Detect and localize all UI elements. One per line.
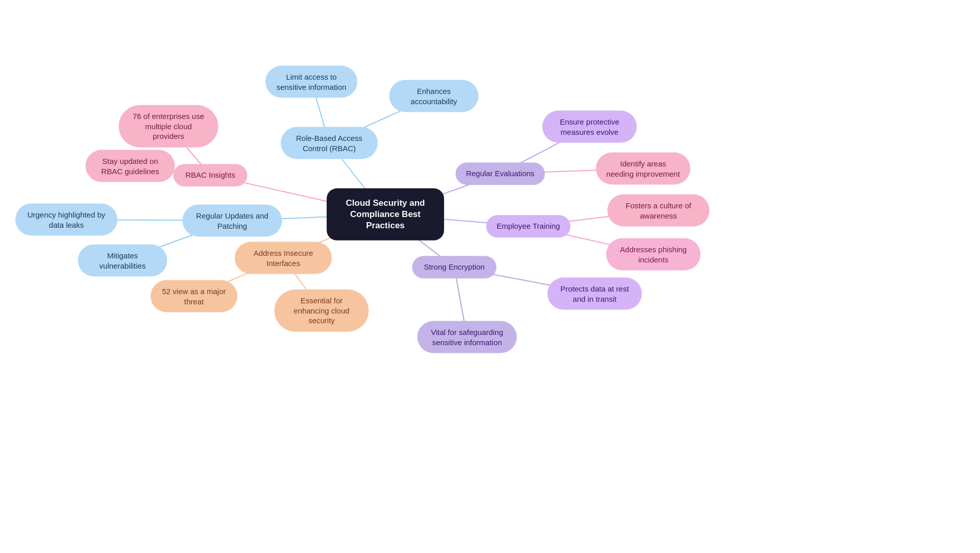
urgency-data-leaks-node[interactable]: Urgency highlighted by data leaks [15,204,117,236]
fosters-culture-node[interactable]: Fosters a culture of awareness [607,195,709,227]
mind-map: Cloud Security and Compliance Best Pract… [0,0,980,553]
strong-encryption-node[interactable]: Strong Encryption [412,256,497,278]
rbac-insights-node[interactable]: RBAC Insights [174,164,248,186]
52-major-threat-node[interactable]: 52 view as a major threat [151,280,237,312]
protects-data-node[interactable]: Protects data at rest and in transit [548,278,642,310]
vital-safeguarding-node[interactable]: Vital for safeguarding sensitive informa… [418,321,517,353]
employee-training-node[interactable]: Employee Training [486,215,571,237]
limit-access-node[interactable]: Limit access to sensitive information [265,66,357,98]
identify-areas-node[interactable]: Identify areas needing improvement [596,153,691,185]
addresses-phishing-node[interactable]: Addresses phishing incidents [606,238,701,271]
enhances-accountability-node[interactable]: Enhances accountability [389,80,479,112]
ensure-protective-node[interactable]: Ensure protective measures evolve [543,111,637,143]
essential-cloud-security-node[interactable]: Essential for enhancing cloud security [275,290,369,332]
address-insecure-node[interactable]: Address Insecure Interfaces [235,242,332,274]
regular-evaluations-node[interactable]: Regular Evaluations [456,162,545,185]
regular-updates-node[interactable]: Regular Updates and Patching [183,205,282,237]
center-node[interactable]: Cloud Security and Compliance Best Pract… [327,188,444,241]
rbac-node[interactable]: Role-Based Access Control (RBAC) [281,127,378,159]
mitigates-vulnerabilities-node[interactable]: Mitigates vulnerabilities [78,245,167,277]
76-enterprises-node[interactable]: 76 of enterprises use multiple cloud pro… [119,105,218,148]
stay-updated-node[interactable]: Stay updated on RBAC guidelines [86,150,175,182]
